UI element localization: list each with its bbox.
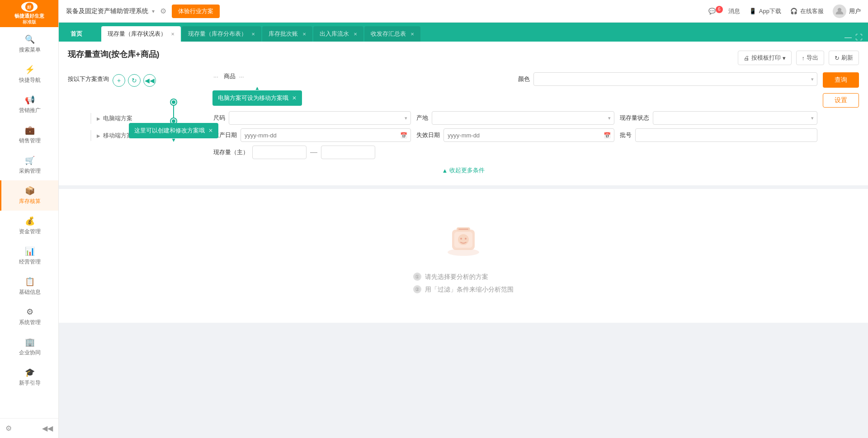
sidebar-item-enterprise[interactable]: 🏢 企业协同 bbox=[0, 332, 58, 362]
top-header: 装备及固定资产辅助管理系统 ▾ ⚙ 体验行业方案 💬 6 消息 📱 App下载 … bbox=[59, 0, 868, 23]
print-button[interactable]: 🖨 按模板打印 ▾ bbox=[738, 51, 792, 65]
tab-stock-status[interactable]: 现存量（库存状况表） ✕ bbox=[101, 26, 181, 42]
online-service-action[interactable]: 🎧 在线客服 bbox=[790, 7, 824, 15]
btn-col: 查询 设置 bbox=[823, 72, 859, 108]
sidebar-label-system: 系统管理 bbox=[19, 319, 41, 326]
stock-status-select[interactable] bbox=[653, 111, 817, 125]
origin-select[interactable] bbox=[432, 111, 614, 125]
headset-icon: 🎧 bbox=[790, 8, 797, 14]
message-action[interactable]: 💬 6 消息 bbox=[708, 7, 740, 15]
page-content: 现存量查询(按仓库+商品) 🖨 按模板打印 ▾ ↑ 导出 ↻ 刷新 bbox=[59, 42, 868, 438]
tab-minimize-icon[interactable]: — bbox=[844, 33, 852, 42]
refresh-button[interactable]: ↻ 刷新 bbox=[829, 51, 859, 65]
tab-stock-batch[interactable]: 库存批次账 ✕ bbox=[262, 26, 312, 42]
tab-stock-flow-label: 出入库流水 bbox=[320, 30, 349, 38]
trial-button[interactable]: 体验行业方案 bbox=[172, 5, 220, 18]
color-label: 颜色 bbox=[518, 75, 530, 83]
tab-stock-summary-label: 收发存汇总表 bbox=[371, 30, 406, 38]
batch-input[interactable] bbox=[635, 128, 817, 142]
inventory-icon: 📦 bbox=[25, 186, 35, 196]
export-icon: ↑ bbox=[802, 55, 805, 61]
sidebar-item-search[interactable]: 🔍 搜索菜单 bbox=[0, 29, 58, 59]
user-area[interactable]: 用户 bbox=[833, 5, 861, 18]
back-scheme-button[interactable]: ◀◀ bbox=[143, 74, 156, 87]
expiry-date-label: 失效日期 bbox=[416, 131, 440, 139]
sidebar-item-marketing[interactable]: 📢 营销推广 bbox=[0, 89, 58, 120]
app-name: 畅捷通好生意 bbox=[14, 13, 44, 19]
tab-maximize-icon[interactable]: ⛶ bbox=[855, 33, 863, 42]
edit-tooltip-close[interactable]: ✕ bbox=[208, 127, 213, 134]
calendar-icon-manufacture: 📅 bbox=[400, 132, 407, 139]
tab-bar-right: — ⛶ bbox=[844, 33, 863, 42]
basic-icon: 📋 bbox=[25, 277, 35, 287]
sidebar-item-sales[interactable]: 💼 销售管理 bbox=[0, 120, 58, 150]
home-tab-label: 首页 bbox=[71, 30, 82, 38]
tab-home[interactable]: 首页 bbox=[64, 26, 100, 42]
sidebar-label-purchase: 采购管理 bbox=[19, 167, 41, 175]
shortcut-icon: ⚡ bbox=[25, 65, 35, 75]
operations-icon: 📊 bbox=[25, 246, 35, 256]
finance-icon: 💰 bbox=[25, 216, 35, 226]
tab-stock-summary[interactable]: 收发存汇总表 ✕ bbox=[364, 26, 420, 42]
system-title: 装备及固定资产辅助管理系统 ▾ bbox=[66, 7, 155, 15]
gear-icon[interactable]: ⚙ bbox=[160, 7, 166, 15]
qty-dash: — bbox=[310, 148, 317, 156]
tab-close-stock-batch[interactable]: ✕ bbox=[302, 32, 306, 37]
filter-panel: 现存量查询(按仓库+商品) 🖨 按模板打印 ▾ ↑ 导出 ↻ 刷新 bbox=[59, 42, 868, 185]
sidebar-bottom: ⚙ ◀◀ bbox=[0, 418, 58, 438]
sidebar-item-purchase[interactable]: 🛒 采购管理 bbox=[0, 150, 58, 180]
goods-label: 商品 bbox=[224, 72, 236, 80]
app-logo: 好 畅捷通好生意 标准版 bbox=[0, 0, 58, 27]
app-download-label: App下载 bbox=[759, 7, 781, 15]
sidebar-item-operations[interactable]: 📊 经营管理 bbox=[0, 241, 58, 271]
sidebar-label-sales: 销售管理 bbox=[19, 137, 41, 145]
manufacture-date-input[interactable] bbox=[241, 128, 411, 142]
sidebar-item-finance[interactable]: 💰 资金管理 bbox=[0, 211, 58, 241]
scheme-tree: ▶ 电脑端方案 bbox=[90, 113, 208, 124]
empty-state: ① 请先选择要分析的方案 ② 用「过滤」条件来缩小分析范围 bbox=[59, 189, 868, 323]
sidebar-item-guide[interactable]: 🎓 新手引导 bbox=[0, 362, 58, 392]
search-button[interactable]: 查询 bbox=[823, 72, 859, 88]
sidebar-label-basic: 基础信息 bbox=[19, 288, 41, 296]
export-button[interactable]: ↑ 导出 bbox=[796, 51, 825, 65]
sidebar-label-inventory: 库存核算 bbox=[19, 198, 41, 205]
collapse-bar[interactable]: ▲ 收起更多条件 bbox=[68, 163, 859, 178]
color-select[interactable] bbox=[533, 72, 817, 86]
filter-label: 按以下方案查询 bbox=[68, 72, 109, 83]
settings-icon[interactable]: ⚙ bbox=[5, 424, 12, 433]
tab-close-stock-summary[interactable]: ✕ bbox=[410, 32, 414, 37]
desktop-scheme-label: 电脑端方案 bbox=[103, 114, 132, 122]
refresh-scheme-button[interactable]: ↻ bbox=[128, 74, 141, 87]
enterprise-icon: 🏢 bbox=[25, 337, 35, 347]
marketing-icon: 📢 bbox=[25, 95, 35, 105]
message-label: 消息 bbox=[728, 7, 740, 15]
refresh-label: 刷新 bbox=[841, 54, 853, 62]
tab-close-stock-flow[interactable]: ✕ bbox=[354, 32, 357, 37]
sidebar-item-basic[interactable]: 📋 基础信息 bbox=[0, 271, 58, 301]
sidebar-item-inventory[interactable]: 📦 库存核算 bbox=[0, 180, 58, 211]
sidebar-item-system[interactable]: ⚙ 系统管理 bbox=[0, 301, 58, 332]
scheme-tooltip-popup: 电脑方案可设为移动方案哦 ✕ bbox=[212, 90, 302, 106]
collapse-icon[interactable]: ◀◀ bbox=[42, 424, 53, 433]
scheme-tooltip-close[interactable]: ✕ bbox=[292, 95, 297, 101]
reset-button[interactable]: 设置 bbox=[823, 93, 859, 108]
tab-close-stock-status[interactable]: ✕ bbox=[171, 32, 175, 37]
tab-close-stock-dist[interactable]: ✕ bbox=[251, 32, 255, 37]
qty-to-input[interactable] bbox=[321, 146, 375, 159]
scheme-tree-desktop[interactable]: ▶ 电脑端方案 bbox=[97, 113, 208, 124]
qty-from-input[interactable] bbox=[252, 146, 307, 159]
refresh-icon: ↻ bbox=[835, 55, 840, 61]
calendar-icon-expiry: 📅 bbox=[604, 132, 611, 139]
add-scheme-button[interactable]: + bbox=[113, 74, 125, 87]
expiry-date-input[interactable] bbox=[443, 128, 614, 142]
collapse-arrow-icon: ▲ bbox=[442, 167, 448, 174]
sidebar-item-shortcut[interactable]: ⚡ 快捷导航 bbox=[0, 59, 58, 89]
app-download-action[interactable]: 📱 App下载 bbox=[749, 7, 781, 15]
mobile-scheme-label: 移动端方案 bbox=[103, 132, 132, 140]
sidebar-label-finance: 资金管理 bbox=[19, 228, 41, 235]
tree-arrow-desktop: ▶ bbox=[97, 116, 100, 121]
tab-stock-dist[interactable]: 现存量（库存分布表） ✕ bbox=[182, 26, 261, 42]
size-select[interactable] bbox=[229, 111, 411, 125]
header-right: 💬 6 消息 📱 App下载 🎧 在线客服 用户 bbox=[708, 5, 861, 18]
tab-stock-flow[interactable]: 出入库流水 ✕ bbox=[313, 26, 363, 42]
